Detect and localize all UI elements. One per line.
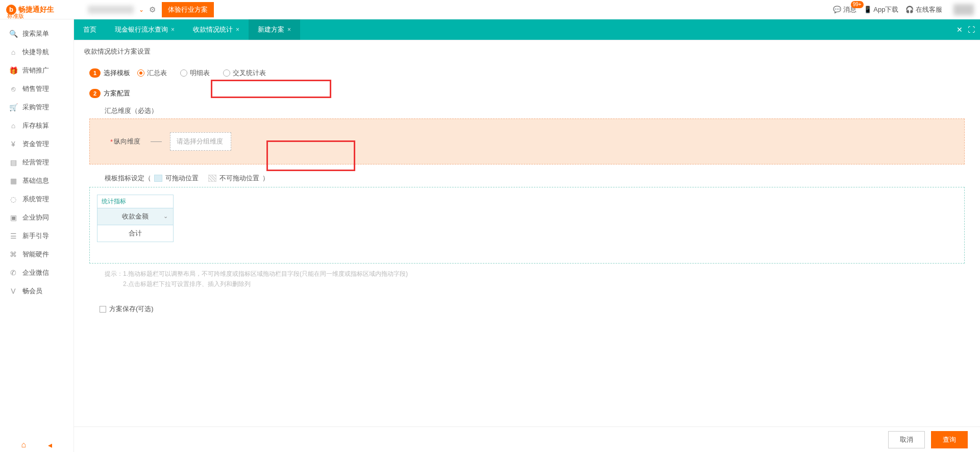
home-icon: ⌂ <box>9 48 17 56</box>
dimension-input[interactable]: 请选择分组维度 <box>170 132 231 151</box>
sidebar-footer-icon-2[interactable]: ◂ <box>48 440 52 450</box>
step-2-badge: 2 <box>89 89 101 98</box>
industry-plan-button[interactable]: 体验行业方案 <box>162 2 214 17</box>
cart-icon: 🛒 <box>9 103 17 111</box>
tab-close-icon[interactable]: × <box>236 26 239 33</box>
sidebar-item-7[interactable]: ▤经营管理 <box>0 153 74 172</box>
dimension-dropzone[interactable]: * 纵向维度 请选择分组维度 <box>89 118 965 164</box>
radio-icon <box>223 69 230 77</box>
sidebar-footer-icon-1[interactable]: ⌂ <box>21 440 27 450</box>
sidebar-item-10[interactable]: ▣企业协同 <box>0 208 74 227</box>
vip-icon: V <box>9 287 17 295</box>
step-1-label: 选择模板 <box>104 68 130 78</box>
tab-strip: 首页现金银行流水查询×收款情况统计×新建方案× ✕ ⛶ <box>74 19 980 40</box>
mgr-icon: ▤ <box>9 158 17 166</box>
fullscreen-icon[interactable]: ⛶ <box>968 26 975 34</box>
radio-icon <box>180 69 187 77</box>
sidebar-item-12[interactable]: ⌘智能硬件 <box>0 245 74 264</box>
tab-2[interactable]: 收款情况统计× <box>184 19 249 40</box>
sidebar-item-6[interactable]: ¥资金管理 <box>0 135 74 153</box>
sidebar-item-14[interactable]: V畅会员 <box>0 282 74 300</box>
tab-close-all-icon[interactable]: ✕ <box>957 26 963 34</box>
stock-icon: ⌂ <box>9 122 17 130</box>
checkbox-icon <box>100 306 106 313</box>
guide-icon: ☰ <box>9 232 17 240</box>
hw-icon: ⌘ <box>9 250 17 258</box>
chevron-down-icon: ⌄ <box>163 213 168 220</box>
sidebar-item-1[interactable]: ⌂快捷导航 <box>0 43 74 61</box>
legend: 模板指标设定（ 可拖动位置 不可拖动位置 ） <box>105 174 965 183</box>
tab-0[interactable]: 首页 <box>74 19 106 40</box>
required-star: * <box>110 138 113 146</box>
sidebar-item-4[interactable]: 🛒采购管理 <box>0 98 74 116</box>
gift-icon: 🎁 <box>9 66 17 75</box>
indicator-item[interactable]: 收款金额 ⌄ <box>97 208 173 225</box>
tab-3[interactable]: 新建方案× <box>249 19 300 40</box>
gear-icon[interactable]: ⚙ <box>149 5 156 14</box>
sale-icon: ⎋ <box>9 85 17 93</box>
sidebar: 🔍搜索菜单⌂快捷导航🎁营销推广⎋销售管理🛒采购管理⌂库存核算¥资金管理▤经营管理… <box>0 19 74 452</box>
fund-icon: ¥ <box>9 140 17 148</box>
legend-fixed-swatch <box>208 175 216 182</box>
indicator-dropzone[interactable]: 统计指标 收款金额 ⌄ 合计 <box>89 187 965 264</box>
messages-badge: 99+ <box>851 1 864 8</box>
headset-icon: 🎧 <box>905 6 914 13</box>
sidebar-item-11[interactable]: ☰新手引导 <box>0 227 74 245</box>
user-avatar[interactable] <box>953 4 974 15</box>
indicator-heading: 统计指标 <box>97 195 173 208</box>
chat-icon: 💬 <box>833 6 841 13</box>
save-plan-checkbox[interactable]: 方案保存(可选) <box>100 304 965 314</box>
hints: 提示：1.拖动标题栏可以调整布局，不可跨维度或指标区域拖动栏目字段(只能在同一维… <box>105 269 965 289</box>
indicator-table: 统计指标 收款金额 ⌄ 合计 <box>97 195 174 242</box>
tab-1[interactable]: 现金银行流水查询× <box>106 19 184 40</box>
sidebar-item-2[interactable]: 🎁营销推广 <box>0 61 74 80</box>
sidebar-item-9[interactable]: ◌系统管理 <box>0 190 74 208</box>
tab-close-icon[interactable]: × <box>287 26 291 33</box>
legend-draggable-swatch <box>154 175 162 182</box>
sidebar-item-8[interactable]: ▦基础信息 <box>0 172 74 190</box>
footer-actions: 取消 查询 <box>74 426 980 452</box>
tab-close-icon[interactable]: × <box>171 26 175 33</box>
sidebar-item-13[interactable]: ✆企业微信 <box>0 264 74 282</box>
cancel-button[interactable]: 取消 <box>888 431 925 448</box>
wx-icon: ✆ <box>9 269 17 277</box>
sidebar-item-3[interactable]: ⎋销售管理 <box>0 80 74 98</box>
chevron-down-icon: ⌄ <box>139 6 144 13</box>
dimension-heading: 汇总维度（必选） <box>105 106 965 115</box>
template-radio-2[interactable]: 交叉统计表 <box>223 68 266 78</box>
search-icon: 🔍 <box>9 30 17 38</box>
app-download-link[interactable]: 📱 App下载 <box>864 5 899 14</box>
messages-link[interactable]: 💬 消息 99+ <box>833 5 856 14</box>
support-link[interactable]: 🎧 在线客服 <box>905 5 942 14</box>
brand-edition: 标准版 <box>7 12 24 20</box>
dimension-label: 纵向维度 <box>114 137 140 146</box>
sys-icon: ◌ <box>9 195 17 203</box>
template-radio-0[interactable]: 汇总表 <box>137 68 167 78</box>
sidebar-item-0[interactable]: 🔍搜索菜单 <box>0 25 74 43</box>
company-selector[interactable]: ⌄ ⚙ <box>88 5 162 14</box>
template-radio-1[interactable]: 明细表 <box>180 68 210 78</box>
info-icon: ▦ <box>9 177 17 185</box>
coop-icon: ▣ <box>9 213 17 222</box>
page-title: 收款情况统计方案设置 <box>74 41 980 62</box>
step-2-label: 方案配置 <box>104 89 130 98</box>
radio-icon <box>137 69 144 77</box>
query-button[interactable]: 查询 <box>931 431 968 448</box>
indicator-total: 合计 <box>97 225 173 242</box>
step-1-badge: 1 <box>89 68 101 78</box>
sidebar-item-5[interactable]: ⌂库存核算 <box>0 116 74 135</box>
phone-icon: 📱 <box>864 6 872 13</box>
